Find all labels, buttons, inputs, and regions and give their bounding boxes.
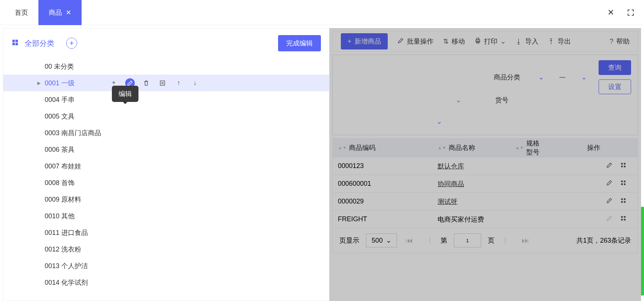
tree-node[interactable]: 0005 文具 bbox=[3, 108, 329, 124]
sort-icon[interactable]: ▲▼ bbox=[515, 147, 524, 149]
th-code-label: 商品编码 bbox=[349, 143, 376, 152]
edit-icon[interactable] bbox=[606, 197, 613, 206]
move-down-icon[interactable]: ↓ bbox=[190, 78, 200, 88]
new-product-button[interactable]: +新增商品 bbox=[341, 33, 388, 49]
new-product-label: 新增商品 bbox=[354, 37, 381, 46]
import-label: 导入 bbox=[525, 37, 538, 46]
tree-node-label: 0014 化学试剂 bbox=[45, 278, 88, 287]
tree-node[interactable]: 0007 布娃娃 bbox=[3, 158, 329, 174]
th-name[interactable]: ▲▼商品名称 bbox=[432, 143, 510, 152]
query-button[interactable]: 查询 bbox=[599, 60, 631, 75]
chevron-down-icon: ⌄ bbox=[500, 37, 506, 45]
tree-node[interactable]: 0008 首饰 bbox=[3, 174, 329, 191]
tree-node[interactable]: 0011 进口食品 bbox=[3, 224, 329, 241]
tree-node[interactable]: 0006 茶具 bbox=[3, 141, 329, 158]
per-page-value: 500 bbox=[371, 237, 383, 244]
fullscreen-icon[interactable] bbox=[624, 6, 637, 19]
cell-name-link[interactable]: 测试呀 bbox=[438, 198, 458, 205]
svg-rect-20 bbox=[621, 216, 623, 218]
svg-rect-17 bbox=[624, 198, 626, 200]
svg-rect-4 bbox=[160, 81, 165, 85]
chevron-down-icon[interactable]: ⌄ bbox=[576, 73, 591, 81]
sort-icon[interactable]: ▲▼ bbox=[338, 147, 347, 149]
tree-node[interactable]: 0014 化学试剂 bbox=[3, 274, 329, 291]
more-icon[interactable] bbox=[620, 215, 627, 223]
help-icon: ? bbox=[610, 38, 613, 45]
svg-rect-18 bbox=[621, 201, 623, 203]
tree-node[interactable]: 0009 原材料 bbox=[3, 191, 329, 208]
prev-page-icon[interactable]: 〈 bbox=[422, 236, 434, 246]
svg-rect-22 bbox=[621, 219, 623, 221]
more-icon[interactable] bbox=[620, 162, 627, 170]
cell-name-link[interactable]: 默认仓库 bbox=[438, 163, 464, 170]
per-page-select[interactable]: 500⌄ bbox=[366, 233, 397, 247]
edit-icon[interactable] bbox=[606, 162, 613, 170]
first-page-icon[interactable]: ⏮ bbox=[404, 236, 415, 245]
cell-name: 电商买家付运费 bbox=[438, 216, 484, 223]
svg-rect-8 bbox=[621, 163, 623, 165]
sort-icon[interactable]: ▲▼ bbox=[438, 147, 446, 149]
finish-edit-button[interactable]: 完成编辑 bbox=[278, 35, 321, 51]
all-categories-link[interactable]: 全部分类 bbox=[25, 38, 54, 48]
tree-node[interactable]: 0003 南昌门店商品 bbox=[3, 124, 329, 141]
tab-home[interactable]: 首页 bbox=[4, 0, 38, 25]
add-category-button[interactable]: + bbox=[66, 38, 77, 49]
batch-action[interactable]: 批量操作 bbox=[397, 37, 434, 46]
tree-node-label: 0012 洗衣粉 bbox=[45, 245, 81, 254]
more-icon[interactable] bbox=[620, 179, 627, 188]
settings-button[interactable]: 设置 bbox=[599, 79, 631, 94]
category-tree[interactable]: 00 未分类 ▶ 0001 一级 + ↑ ↓ 0004 手串 0005 文具 0… bbox=[3, 58, 329, 301]
edit-icon[interactable] bbox=[606, 179, 613, 188]
last-page-icon[interactable]: ⏭ bbox=[520, 236, 531, 245]
grid-icon bbox=[11, 39, 19, 48]
more-icon[interactable] bbox=[620, 197, 627, 206]
svg-rect-9 bbox=[624, 163, 626, 165]
svg-rect-0 bbox=[13, 40, 15, 42]
printer-icon bbox=[475, 37, 481, 46]
tree-node-selected[interactable]: ▶ 0001 一级 + ↑ ↓ bbox=[3, 75, 329, 91]
svg-rect-19 bbox=[624, 201, 626, 203]
table-row[interactable]: 000600001 协同商品 bbox=[333, 175, 638, 192]
help-action[interactable]: ?帮助 bbox=[610, 37, 630, 46]
tooltip: 编辑 bbox=[112, 86, 138, 102]
import-action[interactable]: ⭳导入 bbox=[515, 37, 538, 46]
close-all-icon[interactable]: ✕ bbox=[604, 6, 617, 19]
th-op: 操作 bbox=[550, 143, 638, 152]
table-header: ▲▼商品编码 ▲▼商品名称 ▲▼规格型号 操作 bbox=[333, 138, 638, 157]
print-action[interactable]: 打印⌄ bbox=[475, 37, 506, 46]
chevron-down-icon[interactable]: ⌄ bbox=[451, 96, 466, 104]
chevron-down-icon[interactable]: ⌄ bbox=[432, 117, 446, 126]
next-page-icon[interactable]: 〉 bbox=[501, 236, 513, 246]
chevron-down-icon: ⌄ bbox=[386, 236, 391, 244]
tree-node[interactable]: 0010 其他 bbox=[3, 208, 329, 224]
delete-icon[interactable] bbox=[141, 78, 151, 88]
close-icon[interactable]: ✕ bbox=[66, 8, 71, 17]
tree-node[interactable]: 0013 个人护洁 bbox=[3, 257, 329, 274]
table-row[interactable]: 0000123 默认仓库 bbox=[333, 157, 638, 175]
chevron-down-icon[interactable]: ⌄ bbox=[534, 73, 548, 81]
export-action[interactable]: ⭱导出 bbox=[548, 37, 571, 46]
caret-right-icon[interactable]: ▶ bbox=[37, 81, 41, 86]
move-action[interactable]: ⇅移动 bbox=[443, 37, 465, 46]
tree-node[interactable]: 0012 洗衣粉 bbox=[3, 241, 329, 257]
move-up-icon[interactable]: ↑ bbox=[174, 78, 184, 88]
page-suffix: 页 bbox=[488, 236, 494, 245]
toolbar: +新增商品 批量操作 ⇅移动 打印⌄ ⭳导入 ⭱导出 ?帮助 bbox=[332, 31, 638, 52]
th-spec[interactable]: ▲▼规格型号 bbox=[510, 139, 550, 157]
cell-code: 000600001 bbox=[333, 180, 432, 188]
pager: 页显示 500⌄ ⏮ 〈 第 页 〉 ⏭ 共1页，263条记录 bbox=[332, 228, 638, 253]
cell-name-link[interactable]: 协同商品 bbox=[438, 180, 464, 188]
pager-summary: 共1页，263条记录 bbox=[576, 236, 631, 245]
tree-node[interactable]: 0004 手串 bbox=[3, 91, 329, 108]
table-row[interactable]: 0000029 测试呀 bbox=[333, 192, 638, 210]
tab-bar: 首页 商品 ✕ ✕ bbox=[0, 0, 644, 25]
archive-icon[interactable] bbox=[158, 78, 167, 88]
table-row[interactable]: FREIGHT 电商买家付运费 bbox=[333, 210, 638, 228]
page-input[interactable] bbox=[454, 233, 481, 247]
filter-panel: 商品分类 ⌄ — ⌄ 查询 设置 ⌄ 货号 ⌄ bbox=[332, 55, 638, 135]
tree-node-label: 0007 布娃娃 bbox=[45, 162, 81, 171]
svg-rect-1 bbox=[16, 40, 18, 42]
tab-product[interactable]: 商品 ✕ bbox=[38, 0, 82, 25]
th-code[interactable]: ▲▼商品编码 bbox=[333, 143, 432, 152]
tree-node[interactable]: 00 未分类 bbox=[3, 58, 329, 75]
